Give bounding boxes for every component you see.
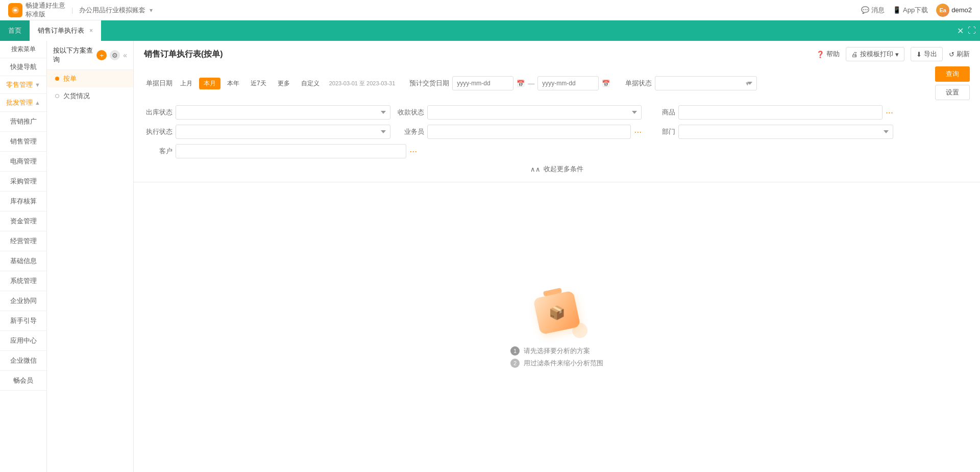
sidebar-item-finance[interactable]: 资金管理 [0, 211, 46, 231]
tab-close-icon[interactable]: × [89, 27, 93, 34]
sidebar-item-wechat[interactable]: 企业微信 [0, 351, 46, 371]
sidebar-item-retail[interactable]: 零售管理 ▼ [0, 76, 46, 94]
date-tab-more[interactable]: 更多 [273, 78, 295, 89]
sidebar-item-finance-label: 资金管理 [10, 217, 37, 226]
avatar: Ea [936, 4, 949, 17]
top-bar-left: 畅捷通好生意 标准版 | 办公用品行业模拟账套 ▾ [8, 2, 153, 19]
out-status-select[interactable] [176, 105, 390, 120]
message-action[interactable]: 💬 消息 [861, 6, 885, 15]
sidebar-search[interactable]: 搜索菜单 [0, 41, 46, 58]
empty-box-lid [543, 288, 562, 296]
tip-text-2: 用过滤条件来缩小分析范围 [524, 359, 603, 368]
sidebar-item-sales[interactable]: 销售管理 [0, 132, 46, 152]
salesman-label: 业务员 [396, 127, 424, 136]
query-button[interactable]: 查询 [935, 66, 970, 82]
set-button[interactable]: 设置 [935, 85, 970, 100]
salesman-input[interactable] [427, 125, 631, 139]
sidebar-item-inventory[interactable]: 库存核算 [0, 192, 46, 211]
collect-status-select[interactable] [427, 105, 642, 120]
active-dot-icon [55, 77, 59, 81]
sidebar-item-ecommerce-label: 电商管理 [10, 157, 37, 166]
predict-date-start-input[interactable] [452, 76, 513, 90]
sidebar-item-operations[interactable]: 经营管理 [0, 231, 46, 251]
sidebar-item-marketing[interactable]: 营销推广 [0, 112, 46, 132]
customer-input[interactable] [176, 144, 406, 158]
sidebar-item-newbie[interactable]: 新手引导 [0, 311, 46, 331]
help-button[interactable]: ❓ 帮助 [816, 50, 840, 59]
sidebar-item-collab[interactable]: 企业协同 [0, 291, 46, 311]
sidebar-search-label[interactable]: 搜索菜单 [3, 45, 43, 54]
date-tab-custom[interactable]: 自定义 [297, 78, 324, 89]
sidebar-item-wechat-label: 企业微信 [10, 356, 37, 365]
tip-num-2: 2 [510, 359, 520, 368]
goods-input[interactable] [678, 105, 883, 120]
predict-date-start-cal-icon: 📅 [517, 80, 525, 87]
tab-bar-right: ✕ ⛶ [957, 26, 980, 36]
add-scheme-button[interactable]: + [96, 50, 107, 60]
user-area[interactable]: Ea demo2 [936, 4, 972, 17]
collapse-label: 收起更多条件 [544, 164, 583, 174]
logo-area: 畅捷通好生意 标准版 [8, 2, 65, 19]
sidebar-item-appstore[interactable]: 应用中心 [0, 331, 46, 351]
predict-date-end-cal-icon: 📅 [602, 80, 610, 87]
sidebar-item-system[interactable]: 系统管理 [0, 271, 46, 291]
predict-date-end-input[interactable] [537, 76, 599, 90]
exec-status-select[interactable] [176, 125, 390, 139]
empty-box-emoji: 📦 [549, 304, 565, 320]
help-icon: ❓ [816, 51, 824, 58]
goods-more-icon[interactable]: ··· [886, 107, 893, 118]
salesman-more-icon[interactable]: ··· [634, 127, 642, 137]
settings-scheme-button[interactable]: ⚙ [110, 50, 120, 60]
filter-salesman-group: 业务员 ··· [396, 125, 642, 139]
app-download-action[interactable]: 📱 App下载 [893, 6, 928, 15]
main-panel: 销售订单执行表(按单) ❓ 帮助 🖨 按模板打印 ▾ [134, 41, 980, 472]
breadcrumb-arrow-icon: ▾ [150, 7, 153, 14]
tab-expand-icon[interactable]: ⛶ [968, 26, 976, 35]
customer-more-icon[interactable]: ··· [409, 146, 417, 157]
bill-status-label: 单据状态 [623, 79, 652, 88]
tab-home-label: 首页 [8, 26, 21, 35]
sidebar-item-purchase[interactable]: 采购管理 [0, 172, 46, 192]
collapse-more-button[interactable]: ∧∧ 收起更多条件 [144, 161, 970, 177]
sidebar-item-wholesale[interactable]: 批发管理 ▲ [0, 94, 46, 112]
sidebar-item-retail-arrow-icon: ▼ [35, 82, 40, 88]
empty-illustration: 📦 [526, 287, 587, 338]
print-arrow-icon: ▾ [895, 51, 899, 58]
date-tab-this-year[interactable]: 本年 [223, 78, 244, 89]
inactive-dot-icon [55, 94, 59, 98]
tab-active-label: 销售订单执行表 [38, 26, 84, 35]
tab-home[interactable]: 首页 [0, 20, 30, 41]
sidebar-item-ecommerce[interactable]: 电商管理 [0, 152, 46, 172]
tip-text-1: 请先选择要分析的方案 [524, 346, 590, 356]
sidebar-item-member-label: 畅会员 [13, 376, 33, 385]
print-button[interactable]: 🖨 按模板打印 ▾ [846, 47, 904, 61]
app-icon: 📱 [893, 6, 901, 14]
sidebar-item-basic-info[interactable]: 基础信息 [0, 251, 46, 271]
tab-bar: 首页 销售订单执行表 × ✕ ⛶ [0, 20, 980, 41]
export-button[interactable]: ⬇ 导出 [911, 47, 943, 61]
sidebar: 搜索菜单 快捷导航 零售管理 ▼ 批发管理 ▲ 营销推广 销售管理 电商管理 采… [0, 41, 47, 472]
date-label: 单据日期 [144, 79, 173, 88]
tab-close-window-icon[interactable]: ✕ [957, 26, 964, 36]
sub-sidebar-item-by-order[interactable]: 按单 [47, 70, 133, 87]
tab-active[interactable]: 销售订单执行表 × [30, 20, 101, 41]
date-tab-last-month[interactable]: 上月 [176, 78, 197, 89]
tip-num-1: 1 [510, 346, 520, 356]
sidebar-quick-nav[interactable]: 快捷导航 [0, 58, 46, 76]
refresh-button[interactable]: ↺ 刷新 [949, 50, 970, 59]
date-tab-this-month[interactable]: 本月 [199, 78, 220, 89]
sidebar-item-wholesale-label: 批发管理 [6, 98, 33, 107]
logo-text: 畅捷通好生意 标准版 [26, 2, 65, 19]
sub-sidebar-item-by-order-label: 按单 [63, 74, 77, 83]
dept-select[interactable] [678, 125, 893, 139]
sidebar-item-operations-label: 经营管理 [10, 237, 37, 246]
date-tab-7days[interactable]: 近7天 [246, 78, 271, 89]
sidebar-item-sales-label: 销售管理 [10, 137, 37, 146]
filter-goods-group: 商品 ··· [647, 105, 893, 120]
sidebar-item-member[interactable]: 畅会员 [0, 371, 46, 391]
predict-date-label: 预计交货日期 [408, 79, 449, 88]
main-layout: 搜索菜单 快捷导航 零售管理 ▼ 批发管理 ▲ 营销推广 销售管理 电商管理 采… [0, 41, 980, 472]
sub-sidebar-item-shortage[interactable]: 欠货情况 [47, 87, 133, 105]
bill-status-select[interactable] [655, 76, 757, 90]
collapse-subsidebar-icon[interactable]: « [123, 51, 127, 59]
